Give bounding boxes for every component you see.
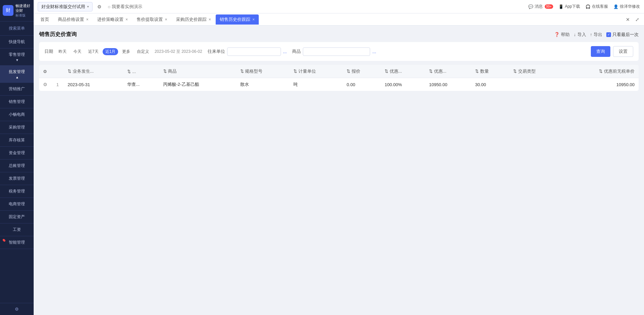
sidebar-item-purchase-label: 采购管理 <box>9 125 25 130</box>
sidebar-item-wholesale[interactable]: 批发管理 ▲ <box>0 66 34 83</box>
sidebar-item-ecommerce-small-label: 小畅电商 <box>9 112 25 117</box>
tab-sale-extract-label: 售价提取设置 <box>137 16 163 23</box>
sidebar-item-salary[interactable]: 工资 <box>0 223 34 236</box>
settings-gear-icon[interactable]: ⚙ <box>96 3 103 11</box>
date-today[interactable]: 今天 <box>71 48 84 55</box>
col-discount1[interactable]: ⇅ 优惠... <box>381 65 425 78</box>
sidebar-item-invoice[interactable]: 发票管理 <box>0 172 34 185</box>
sidebar-search-item[interactable]: 搜索菜单 <box>0 22 34 36</box>
panel-expand-button[interactable]: ⤢ <box>633 15 641 24</box>
tab-strategy-label: 进价策略设置 <box>97 16 123 23</box>
date-options: 昨天 今天 近7天 近1月 更多 自定义 <box>56 48 152 55</box>
sidebar-item-quick-nav-label: 快捷导航 <box>9 39 25 45</box>
col-gear[interactable]: ⚙ <box>39 65 51 78</box>
product-input[interactable] <box>303 47 370 56</box>
tab-sale-extract[interactable]: 售价提取设置 × <box>133 14 171 25</box>
filter-bar: 日期 昨天 今天 近7天 近1月 更多 自定义 2023-05-02 至 202… <box>39 42 639 61</box>
tab-purchase-history[interactable]: 采购历史价跟踪 × <box>172 14 215 25</box>
sidebar-item-quick-nav[interactable]: 快捷导航 <box>0 36 34 48</box>
page-title: 销售历史价查询 <box>39 31 554 38</box>
col-discount2[interactable]: ⇅ 优惠... <box>425 65 471 78</box>
col-product[interactable]: ⇅ 商品 <box>159 65 236 78</box>
tab-sales-history-close[interactable]: × <box>252 17 255 22</box>
sidebar-item-finance[interactable]: 资金管理 <box>0 147 34 160</box>
sidebar-item-tax[interactable]: 税务管理 <box>0 185 34 198</box>
panel-close-button[interactable]: ✕ <box>624 15 632 24</box>
version-selector[interactable]: 好业财标准版交付试用 ▾ <box>38 2 93 11</box>
row-trans-type <box>509 78 562 91</box>
date-more[interactable]: 更多 <box>119 48 133 55</box>
tab-sales-history[interactable]: 销售历史价跟踪 × <box>216 14 259 25</box>
col-unit-label: 计量单位 <box>298 69 316 74</box>
source-dots-button[interactable]: ... <box>283 49 287 54</box>
import-icon: ↓ <box>574 32 576 37</box>
sidebar-search-label: 搜索菜单 <box>3 24 31 33</box>
tab-price-close[interactable]: × <box>86 17 88 22</box>
export-button[interactable]: ↑ 导出 <box>590 32 603 38</box>
sidebar-item-accounting[interactable]: 总账管理 <box>0 160 34 172</box>
date-yesterday[interactable]: 昨天 <box>56 48 69 55</box>
col-spec[interactable]: ⇅ 规格型号 <box>236 65 289 78</box>
col-quantity[interactable]: ⇅ 数量 <box>471 65 509 78</box>
tab-purchase-history-close[interactable]: × <box>209 17 211 22</box>
source-input[interactable] <box>227 47 281 56</box>
sidebar-settings-button[interactable]: ⚙ <box>0 303 34 315</box>
app-download-button[interactable]: 📱 App下载 <box>559 4 580 9</box>
sidebar-item-sales[interactable]: 销售管理 <box>0 96 34 108</box>
user-button[interactable]: 👤 徐泽华修改 <box>613 4 640 9</box>
tab-strategy[interactable]: 进价策略设置 × <box>93 14 132 25</box>
sidebar-item-smart[interactable]: 智能管理 <box>0 236 34 249</box>
date-filter-group: 日期 昨天 今天 近7天 近1月 更多 自定义 2023-05-02 至 202… <box>44 48 202 55</box>
sidebar-item-marketing[interactable]: 营销推广 <box>0 83 34 96</box>
col-dots[interactable]: ⇅ ... <box>123 65 159 78</box>
sort-icon: ⇅ <box>240 69 244 74</box>
help-button[interactable]: ❓ 帮助 <box>554 32 570 38</box>
col-pretax-price[interactable]: ⇅ 优惠前无税单价 <box>562 65 639 78</box>
sidebar-item-purchase[interactable]: 采购管理 <box>0 121 34 134</box>
col-discount1-label: 优惠... <box>390 69 402 74</box>
avatar-icon: 👤 <box>613 4 618 9</box>
product-label: 商品 <box>292 48 301 55</box>
date-7days[interactable]: 近7天 <box>85 48 101 55</box>
import-button[interactable]: ↓ 导入 <box>574 32 586 38</box>
data-table: ⚙ ⇅ 业务发生... ⇅ ... ⇅ 商品 <box>39 65 639 91</box>
sidebar-item-retail[interactable]: 零售管理 ▼ <box>0 48 34 66</box>
col-price-label: 报价 <box>352 69 360 74</box>
message-icon: 💬 <box>528 4 533 9</box>
col-unit[interactable]: ⇅ 计量单位 <box>289 65 343 78</box>
service-label: 在线客服 <box>592 4 608 9</box>
phone-icon: 📱 <box>559 4 564 9</box>
sidebar-item-sales-label: 销售管理 <box>9 99 25 105</box>
query-button[interactable]: 查询 <box>591 46 610 57</box>
date-custom[interactable]: 自定义 <box>134 48 152 55</box>
table-row[interactable]: ⚙ 1 2023-05-31 华查... 丙烯酸-2-乙基己酯 散水 吨 0.0… <box>39 78 639 91</box>
topbar: 好业财标准版交付试用 ▾ ⚙ ○ 我要看实例演示 💬 消息 99+ 📱 App下… <box>34 0 644 13</box>
export-label: 导出 <box>594 32 602 38</box>
main-area: 好业财标准版交付试用 ▾ ⚙ ○ 我要看实例演示 💬 消息 99+ 📱 App下… <box>34 0 644 315</box>
online-service-button[interactable]: 🎧 在线客服 <box>585 4 608 9</box>
sort-icon: ⇅ <box>68 69 71 74</box>
sidebar-item-retail-label: 零售管理 <box>9 52 25 58</box>
sidebar-item-ecommerce-small[interactable]: 小畅电商 <box>0 108 34 121</box>
col-price[interactable]: ⇅ 报价 <box>343 65 381 78</box>
demo-button[interactable]: ○ 我要看实例演示 <box>108 4 142 10</box>
sort-icon: ⇅ <box>513 69 517 74</box>
sort-icon: ⇅ <box>475 69 479 74</box>
help-label: 帮助 <box>561 32 570 38</box>
last-only-checkbox[interactable]: ✓ 只看最后一次 <box>606 32 639 38</box>
col-date[interactable]: ⇅ 业务发生... <box>64 65 123 78</box>
sidebar-item-fixed-assets[interactable]: 固定资产 <box>0 211 34 223</box>
date-1month[interactable]: 近1月 <box>103 48 118 55</box>
col-pretax-price-label: 优惠前无税单价 <box>604 69 635 74</box>
tab-strategy-close[interactable]: × <box>126 17 128 22</box>
sidebar-item-inventory[interactable]: 库存核算 <box>0 134 34 147</box>
product-dots-button[interactable]: ... <box>372 49 376 54</box>
tab-home[interactable]: 首页 <box>36 14 53 25</box>
tab-sale-extract-close[interactable]: × <box>165 17 167 22</box>
settings-button[interactable]: 设置 <box>613 46 633 57</box>
last-only-label: 只看最后一次 <box>612 32 639 38</box>
tab-price[interactable]: 商品价格设置 × <box>54 14 93 25</box>
sidebar-item-ecommerce[interactable]: 电商管理 <box>0 198 34 211</box>
message-button[interactable]: 💬 消息 99+ <box>528 4 553 9</box>
col-trans-type[interactable]: ⇅ 交易类型 <box>509 65 562 78</box>
